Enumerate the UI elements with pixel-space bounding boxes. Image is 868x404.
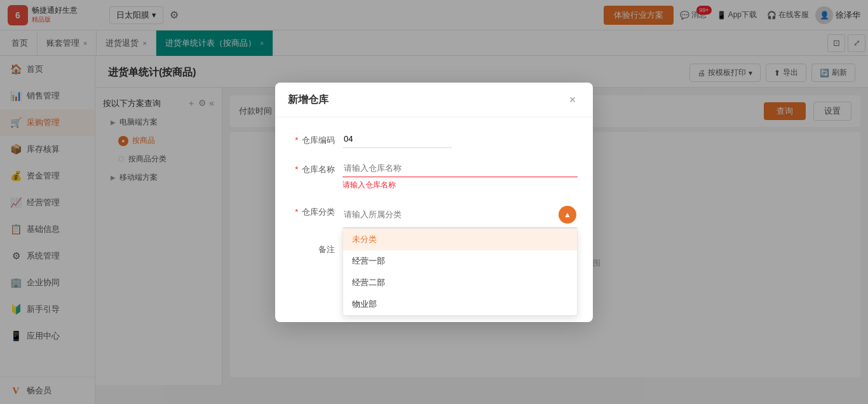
dropdown-option-2[interactable]: 经营二部 bbox=[343, 272, 577, 293]
name-input-wrapper: 请输入仓库名称 bbox=[342, 159, 578, 191]
form-row-category: * 仓库分类 ▲ 未分类 经营一部 经营二部 物业部 bbox=[290, 202, 578, 228]
code-label: * 仓库编码 bbox=[290, 130, 335, 146]
code-input[interactable] bbox=[342, 130, 452, 148]
category-dropdown-list: 未分类 经营一部 经营二部 物业部 bbox=[342, 228, 578, 316]
modal-header: 新增仓库 × bbox=[275, 83, 593, 118]
name-input[interactable] bbox=[342, 159, 578, 177]
code-input-wrapper bbox=[342, 130, 578, 148]
name-label: * 仓库名称 bbox=[290, 159, 335, 175]
new-warehouse-modal: 新增仓库 × * 仓库编码 * 仓库名称 bbox=[275, 83, 593, 322]
category-label: * 仓库分类 bbox=[290, 202, 335, 218]
form-row-name: * 仓库名称 请输入仓库名称 bbox=[290, 159, 578, 191]
dropdown-option-3[interactable]: 物业部 bbox=[343, 293, 577, 315]
modal-close-button[interactable]: × bbox=[565, 93, 580, 108]
note-label: 备注 bbox=[290, 239, 335, 255]
dropdown-option-0[interactable]: 未分类 bbox=[343, 229, 577, 250]
category-input[interactable] bbox=[344, 210, 559, 219]
modal-body: * 仓库编码 * 仓库名称 请输入仓库名称 bbox=[275, 118, 593, 281]
dropdown-option-1[interactable]: 经营一部 bbox=[343, 250, 577, 272]
category-input-wrapper: ▲ 未分类 经营一部 经营二部 物业部 bbox=[342, 202, 578, 228]
category-dropdown-toggle[interactable]: ▲ bbox=[559, 206, 576, 224]
form-row-code: * 仓库编码 bbox=[290, 130, 578, 148]
category-input-area: ▲ bbox=[342, 202, 578, 228]
modal-title: 新增仓库 bbox=[288, 93, 329, 107]
modal-overlay[interactable]: 新增仓库 × * 仓库编码 * 仓库名称 bbox=[0, 0, 868, 404]
name-error-msg: 请输入仓库名称 bbox=[342, 180, 578, 191]
